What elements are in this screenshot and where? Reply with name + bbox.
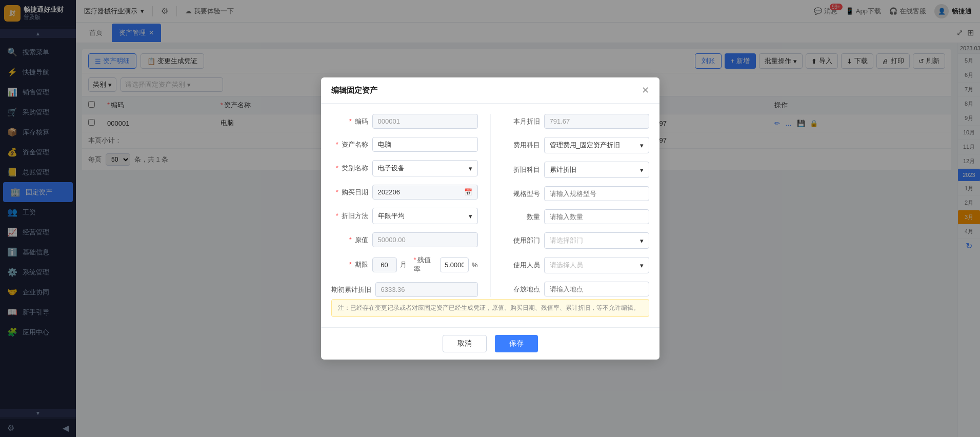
dep-method-value: 年限平均 (378, 211, 405, 221)
dep-required-star: * (336, 212, 338, 220)
initial-depreciation-row: 期初累计折旧 (331, 282, 478, 297)
code-label: * 编码 (331, 117, 368, 126)
user-chevron-icon: ▾ (640, 262, 644, 269)
category-form-label: * 类别名称 (331, 164, 368, 173)
purchase-date-input[interactable]: 202206 📅 (372, 185, 478, 200)
dep-method-chevron: ▾ (469, 212, 472, 220)
expense-chevron-icon: ▾ (640, 142, 644, 149)
quantity-label: 数量 (503, 212, 540, 222)
val-required-star: * (349, 236, 352, 244)
expense-subject-value: 管理费用_固定资产折旧 (550, 141, 620, 150)
storage-row: 存放地点 (503, 282, 649, 296)
cat-required-star: * (336, 164, 338, 172)
calendar-icon: 📅 (464, 188, 472, 196)
code-input (372, 114, 478, 129)
period-unit: 月 (400, 260, 407, 269)
modal-header: 编辑固定资产 ✕ (321, 77, 659, 104)
user-label: 使用人员 (503, 261, 540, 270)
period-required-star: * (349, 261, 352, 268)
department-select[interactable]: 请选择部门 ▾ (544, 232, 649, 249)
category-form-label-text: 类别名称 (342, 164, 368, 172)
original-value-label: * 原值 (331, 235, 368, 245)
purchase-date-label: * 购买日期 (331, 188, 368, 197)
original-value-row: * 原值 (331, 232, 478, 247)
dep-subject-row: 折旧科目 累计折旧 ▾ (503, 162, 649, 178)
form-note: 注：已经存在变更记录或者对应固定资产已经生成凭证，原值、购买日期、残值率、累计折… (331, 299, 649, 317)
expense-subject-row: 费用科目 管理费用_固定资产折旧 ▾ (503, 137, 649, 153)
depreciation-method-select[interactable]: 年限平均 ▾ (372, 208, 478, 224)
purchase-date-label-text: 购买日期 (342, 188, 368, 196)
depreciation-method-row: * 折旧方法 年限平均 ▾ (331, 208, 478, 224)
dep-subject-select[interactable]: 累计折旧 ▾ (544, 162, 649, 178)
spec-model-row: 规格型号 (503, 186, 649, 201)
date-required-star: * (336, 188, 338, 196)
modal-overlay: 编辑固定资产 ✕ * 编码 * (0, 0, 980, 437)
edit-asset-modal: 编辑固定资产 ✕ * 编码 * (321, 77, 659, 360)
dept-chevron-icon: ▾ (640, 237, 644, 245)
expense-subject-label: 费用科目 (503, 141, 540, 150)
dep-subject-chevron-icon: ▾ (640, 166, 644, 174)
form-right: 本月折旧 费用科目 管理费用_固定资产折旧 ▾ 折旧科目 (490, 114, 649, 297)
category-select-value: 电子设备 (378, 164, 405, 173)
modal-footer: 取消 保存 (321, 327, 659, 360)
cancel-button[interactable]: 取消 (443, 335, 487, 352)
original-value-input (372, 232, 478, 247)
name-required-star: * (336, 141, 338, 148)
residual-rate-label: *残值率 (414, 255, 437, 274)
spec-model-label: 规格型号 (503, 189, 540, 198)
asset-name-label-text: 资产名称 (342, 141, 368, 148)
form-grid: * 编码 * 资产名称 (331, 114, 649, 297)
original-value-label-text: 原值 (355, 236, 368, 244)
period-row: * 期限 月 *残值率 % (331, 255, 478, 274)
code-required-star: * (349, 117, 352, 125)
category-select[interactable]: 电子设备 ▾ (372, 160, 478, 176)
period-label: * 期限 (331, 260, 368, 269)
this-month-dep-label: 本月折旧 (503, 117, 540, 126)
spec-model-input[interactable] (544, 186, 649, 201)
residual-unit: % (472, 261, 478, 269)
storage-input[interactable] (544, 282, 649, 296)
this-month-dep-row: 本月折旧 (503, 114, 649, 129)
user-select[interactable]: 请选择人员 ▾ (544, 257, 649, 273)
dep-subject-value: 累计折旧 (550, 165, 576, 174)
initial-dep-input (375, 282, 478, 297)
initial-dep-label: 期初累计折旧 (331, 285, 371, 294)
dep-method-label-text: 折旧方法 (342, 212, 368, 220)
this-month-dep-input (544, 114, 649, 129)
purchase-date-value: 202206 (378, 188, 400, 196)
code-field-row: * 编码 (331, 114, 478, 129)
user-row: 使用人员 请选择人员 ▾ (503, 257, 649, 273)
asset-name-row: * 资产名称 (331, 137, 478, 152)
department-placeholder: 请选择部门 (550, 236, 583, 245)
dep-subject-label: 折旧科目 (503, 165, 540, 174)
period-label-text: 期限 (355, 261, 368, 268)
storage-label: 存放地点 (503, 285, 540, 294)
quantity-input[interactable] (544, 209, 649, 224)
code-label-text: 编码 (355, 117, 368, 125)
purchase-date-row: * 购买日期 202206 📅 (331, 185, 478, 200)
modal-close-button[interactable]: ✕ (642, 85, 649, 96)
save-button[interactable]: 保存 (495, 335, 538, 352)
modal-body: * 编码 * 资产名称 (321, 104, 659, 327)
asset-name-label: * 资产名称 (331, 140, 368, 149)
asset-name-input[interactable] (372, 137, 478, 152)
department-label: 使用部门 (503, 236, 540, 245)
form-left: * 编码 * 资产名称 (331, 114, 490, 297)
category-row: * 类别名称 电子设备 ▾ (331, 160, 478, 176)
expense-subject-select[interactable]: 管理费用_固定资产折旧 ▾ (544, 137, 649, 153)
depreciation-method-label: * 折旧方法 (331, 211, 368, 221)
user-placeholder: 请选择人员 (550, 261, 583, 270)
department-row: 使用部门 请选择部门 ▾ (503, 232, 649, 249)
period-input (372, 257, 397, 272)
category-select-chevron: ▾ (469, 165, 472, 172)
modal-title: 编辑固定资产 (331, 86, 377, 95)
residual-rate-input (440, 257, 469, 272)
period-inputs: 月 *残值率 % (372, 255, 478, 274)
quantity-row: 数量 (503, 209, 649, 224)
